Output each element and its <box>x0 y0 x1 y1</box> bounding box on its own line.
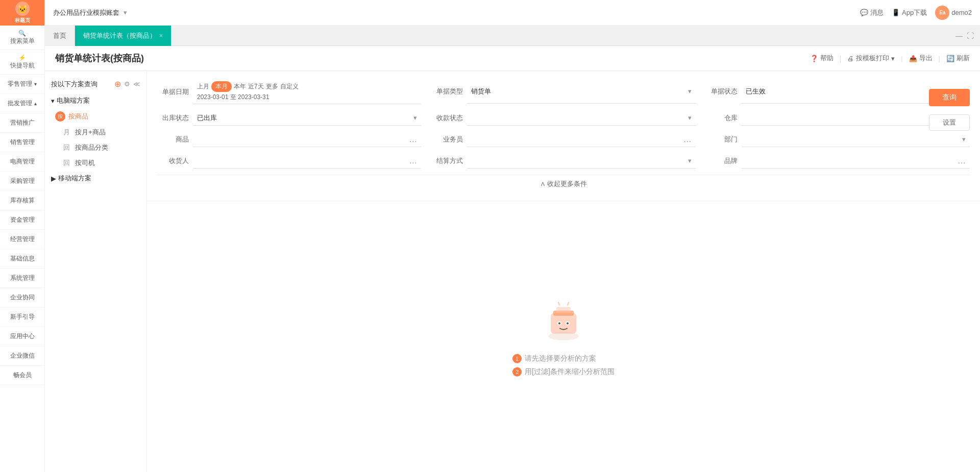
tab-home-label: 首页 <box>53 31 66 40</box>
tree-item-by-driver[interactable]: 回 按司机 <box>45 155 146 171</box>
sidebar-item-wholesale[interactable]: 批发管理 ▴ <box>0 94 44 113</box>
date-tab-this-month[interactable]: 本月 <box>211 81 232 92</box>
tab-home[interactable]: 首页 <box>45 26 75 46</box>
date-tab-last-month[interactable]: 上月 <box>197 82 209 91</box>
divider2: | <box>901 55 902 62</box>
edit-scheme-icon[interactable]: ⚙ <box>124 80 130 88</box>
tree-section-desktop[interactable]: ▾ 电脑端方案 <box>45 93 146 108</box>
payment-status-filter[interactable]: ▾ <box>467 110 695 126</box>
user-info[interactable]: Ea demo2 <box>935 6 972 20</box>
payment-status-dropdown-icon[interactable]: ▾ <box>688 114 692 122</box>
date-tab-this-year[interactable]: 本年 <box>234 82 246 91</box>
brand-label: 品牌 <box>706 156 742 166</box>
avatar: Ea <box>935 6 949 20</box>
sidebar-quick-nav[interactable]: ⚡ 快捷导航 <box>0 50 44 75</box>
tab-controls: — ⛶ <box>949 26 980 46</box>
tree-item-by-month-goods[interactable]: 月 按月+商品 <box>45 125 146 140</box>
filter-settle-group: 结算方式 ▾ <box>431 153 695 169</box>
sidebar-item-sales[interactable]: 销售管理 <box>0 133 44 152</box>
out-status-dropdown-icon[interactable]: ▾ <box>413 114 417 122</box>
message-label: 消息 <box>870 8 884 17</box>
sidebar-item-basic[interactable]: 基础信息 <box>0 249 44 269</box>
help-label: 帮助 <box>820 54 834 63</box>
sidebar-item-ecom[interactable]: 电商管理 <box>0 152 44 172</box>
filter-and-results: 销货单统计表(按商品) ❓ 帮助 | 🖨 按模板打印 ▾ | 📤 导出 | <box>45 46 980 472</box>
topnav: 办公用品行业模拟账套 ▾ 💬 消息 📱 App下载 Ea demo2 <box>45 0 980 26</box>
dept-label: 部门 <box>706 135 742 144</box>
settings-button[interactable]: 设置 <box>929 114 970 131</box>
receiver-dots-icon[interactable]: … <box>409 156 417 166</box>
help-btn[interactable]: ❓ 帮助 <box>810 54 834 63</box>
date-tab-more[interactable]: 更多 <box>266 82 278 91</box>
out-status-value: 已出库 <box>197 113 413 123</box>
tab-close-icon[interactable]: × <box>159 32 163 39</box>
collapse-panel-icon[interactable]: ≪ <box>133 80 140 88</box>
doc-type-label: 单据类型 <box>431 87 467 96</box>
tree-item-by-driver-label: 按司机 <box>75 158 95 168</box>
query-button[interactable]: 查询 <box>929 89 970 106</box>
tab-maximize-icon[interactable]: ⛶ <box>967 32 974 40</box>
filter-staff-group: 业务员 … <box>431 132 695 147</box>
staff-dots-icon[interactable]: … <box>683 135 692 144</box>
main-area: 单据日期 上月 本月 本年 近7天 更多 自定义 <box>147 71 980 472</box>
doc-type-filter[interactable]: 销货单 ▾ <box>467 79 695 104</box>
tab-sales-stats[interactable]: 销货单统计表（按商品） × <box>75 26 172 46</box>
goods-label: 商品 <box>157 135 193 144</box>
industry-dropdown[interactable]: ▾ <box>124 9 127 16</box>
tree-section-mobile[interactable]: ▶ 移动端方案 <box>45 171 146 186</box>
sidebar-item-purchase[interactable]: 采购管理 <box>0 172 44 191</box>
sidebar-item-wechat[interactable]: 企业微信 <box>0 346 44 366</box>
tab-minimize-icon[interactable]: — <box>955 32 963 40</box>
goods-filter[interactable]: … <box>193 132 421 147</box>
sidebar-item-system[interactable]: 系统管理 <box>0 269 44 288</box>
brand-filter[interactable]: … <box>742 153 970 169</box>
brand-dots-icon[interactable]: … <box>958 156 966 166</box>
doc-type-dropdown-icon[interactable]: ▾ <box>688 87 692 95</box>
sidebar-search[interactable]: 🔍 搜索菜单 <box>0 26 44 50</box>
export-btn[interactable]: 📤 导出 <box>909 54 933 63</box>
sidebar-logo[interactable]: 🐱 标题页 <box>0 0 44 26</box>
tip-1-text: 请先选择要分析的方案 <box>525 354 596 363</box>
page-header: 销货单统计表(按商品) ❓ 帮助 | 🖨 按模板打印 ▾ | 📤 导出 | <box>45 46 980 71</box>
dept-filter[interactable]: ▾ <box>742 132 970 147</box>
topnav-left: 办公用品行业模拟账套 ▾ <box>53 8 127 17</box>
print-btn[interactable]: 🖨 按模板打印 ▾ <box>847 54 895 63</box>
tip-num-1: 1 <box>512 354 522 363</box>
date-range-display: 2023-03-01 至 2023-03-31 <box>197 93 417 102</box>
sidebar-item-operations[interactable]: 经营管理 <box>0 230 44 249</box>
sidebar-item-enterprise[interactable]: 企业协同 <box>0 288 44 308</box>
filter-receiver-group: 收货人 … <box>157 153 421 169</box>
app-download-btn[interactable]: 📱 App下载 <box>892 8 927 17</box>
page-actions: ❓ 帮助 | 🖨 按模板打印 ▾ | 📤 导出 | 🔄 刷新 <box>810 54 970 63</box>
settle-filter[interactable]: ▾ <box>467 153 695 169</box>
receiver-filter[interactable]: … <box>193 153 421 169</box>
help-icon: ❓ <box>810 55 818 62</box>
message-btn[interactable]: 💬 消息 <box>860 8 884 17</box>
dept-dropdown-icon[interactable]: ▾ <box>962 135 966 143</box>
sidebar-item-finance[interactable]: 资金管理 <box>0 210 44 230</box>
sidebar-item-inventory[interactable]: 库存核算 <box>0 191 44 210</box>
sidebar-item-retail[interactable]: 零售管理 ▾ <box>0 75 44 94</box>
out-status-filter[interactable]: 已出库 ▾ <box>193 110 421 126</box>
staff-filter[interactable]: … <box>467 132 695 147</box>
main-content: 办公用品行业模拟账套 ▾ 💬 消息 📱 App下载 Ea demo2 首页 <box>45 0 980 472</box>
tree-icon-category: 回 <box>63 143 70 152</box>
add-scheme-icon[interactable]: ⊕ <box>114 79 121 89</box>
tree-item-by-category[interactable]: 回 按商品分类 <box>45 140 146 155</box>
goods-dots-icon[interactable]: … <box>409 135 417 144</box>
tree-item-by-goods[interactable]: 按 按商品 <box>45 108 146 125</box>
sidebar-item-member[interactable]: 畅会员 <box>0 366 44 385</box>
settle-dropdown-icon[interactable]: ▾ <box>688 157 692 164</box>
search-label: 搜索菜单 <box>10 37 35 44</box>
filter-panel: 单据日期 上月 本月 本年 近7天 更多 自定义 <box>147 71 980 201</box>
date-tab-custom[interactable]: 自定义 <box>280 82 299 91</box>
refresh-label: 刷新 <box>957 54 970 63</box>
tree-item-by-goods-label: 按商品 <box>68 112 88 121</box>
print-dropdown-icon[interactable]: ▾ <box>891 55 895 62</box>
refresh-btn[interactable]: 🔄 刷新 <box>946 54 970 63</box>
sidebar-item-appstore[interactable]: 应用中心 <box>0 327 44 346</box>
date-tab-7days[interactable]: 近7天 <box>248 82 264 91</box>
sidebar-item-marketing[interactable]: 营销推广 <box>0 113 44 133</box>
collapse-bar[interactable]: ∧ 收起更多条件 <box>157 175 970 193</box>
sidebar-item-guide[interactable]: 新手引导 <box>0 308 44 327</box>
